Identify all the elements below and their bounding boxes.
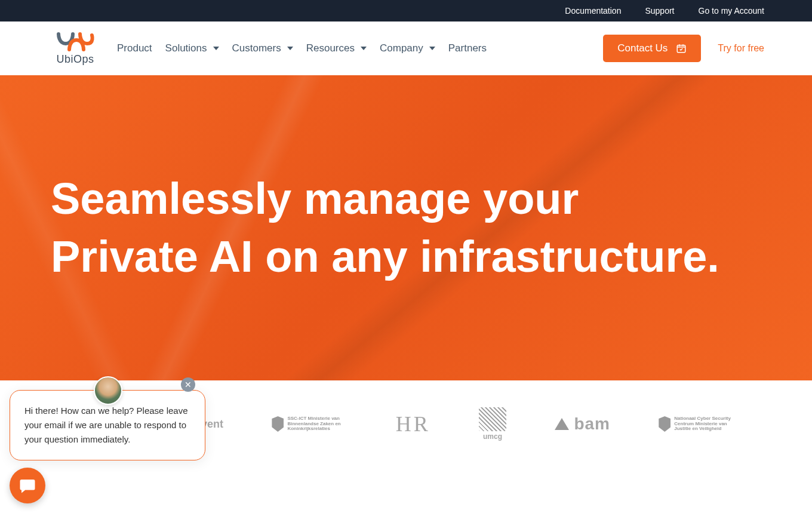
nav-label: Company <box>380 42 423 54</box>
logo-text: bam <box>574 414 610 434</box>
try-free-link[interactable]: Try for free <box>718 43 764 54</box>
logo-text: umcg <box>483 432 502 441</box>
chat-icon <box>19 477 36 494</box>
logo-icon <box>55 32 96 52</box>
nav-label: Solutions <box>165 42 207 54</box>
chevron-down-icon <box>361 47 367 50</box>
chat-message: Hi there! How can we help? Please leave … <box>24 404 190 447</box>
nav-actions: Contact Us Try for free <box>603 35 764 62</box>
nav-label: Partners <box>448 42 487 54</box>
nav-label: Product <box>117 42 152 54</box>
nav-company[interactable]: Company <box>380 42 435 54</box>
graphic-icon <box>479 407 506 431</box>
logo-text: Nationaal Cyber Security Centrum Ministe… <box>674 416 740 432</box>
chevron-down-icon <box>429 47 435 50</box>
nav-customers[interactable]: Customers <box>232 42 293 54</box>
nav-label: Customers <box>232 42 281 54</box>
client-logo-umcg: umcg <box>479 407 506 441</box>
client-logo-hr: HR <box>396 411 430 437</box>
primary-nav: Product Solutions Customers Resources Co… <box>117 42 603 54</box>
brand-name: UbiOps <box>56 53 94 66</box>
nav-resources[interactable]: Resources <box>306 42 367 54</box>
nav-label: Resources <box>306 42 355 54</box>
contact-label: Contact Us <box>617 42 668 54</box>
svg-rect-0 <box>678 45 686 53</box>
shield-icon <box>272 416 284 432</box>
client-logo-ssc-ict: SSC-ICT Ministerie van Binnenlandse Zake… <box>272 416 347 432</box>
logo-text: SSC-ICT Ministerie van Binnenlandse Zake… <box>287 416 347 432</box>
triangle-icon <box>555 418 569 430</box>
hero-section: Seamlessly manage your Private AI on any… <box>0 75 812 380</box>
brand-logo[interactable]: UbiOps <box>55 32 96 66</box>
contact-button[interactable]: Contact Us <box>603 35 701 62</box>
hero-headline: Seamlessly manage your Private AI on any… <box>51 170 737 285</box>
doc-link[interactable]: Documentation <box>565 6 621 16</box>
shield-icon <box>659 416 670 432</box>
avatar <box>94 376 122 405</box>
chat-popover[interactable]: ✕ Hi there! How can we help? Please leav… <box>10 390 205 460</box>
top-utility-bar: Documentation Support Go to my Account <box>0 0 812 21</box>
nav-partners[interactable]: Partners <box>448 42 487 54</box>
chevron-down-icon <box>213 47 219 50</box>
close-icon[interactable]: ✕ <box>181 377 195 392</box>
chevron-down-icon <box>287 47 293 50</box>
nav-solutions[interactable]: Solutions <box>165 42 219 54</box>
account-link[interactable]: Go to my Account <box>699 6 765 16</box>
chat-launcher-button[interactable] <box>10 468 45 503</box>
client-logo-ncsc: Nationaal Cyber Security Centrum Ministe… <box>659 416 740 432</box>
client-logo-bam: bam <box>555 414 610 434</box>
support-link[interactable]: Support <box>645 6 674 16</box>
nav-product[interactable]: Product <box>117 42 152 54</box>
main-navbar: UbiOps Product Solutions Customers Resou… <box>0 21 812 75</box>
calendar-check-icon <box>676 43 687 54</box>
